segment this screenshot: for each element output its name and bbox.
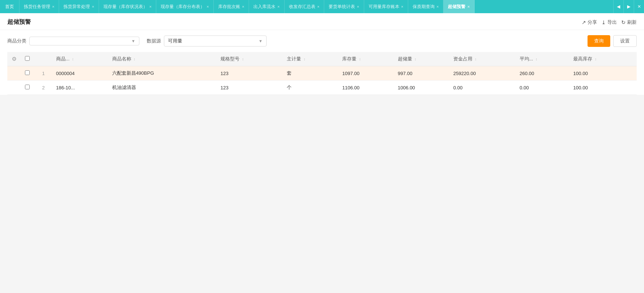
col-product-code-header[interactable]: 商品... ↕: [53, 52, 109, 66]
col-row-num-header: [34, 52, 53, 66]
nav-prev-arrow[interactable]: ◀: [613, 0, 623, 13]
refresh-label: 刷新: [627, 19, 637, 26]
col-spec-header[interactable]: 规格型号 ↕: [217, 52, 284, 66]
row-capital-use-0: 259220.00: [450, 66, 517, 81]
data-source-arrow: ▼: [259, 39, 263, 43]
col-product-name-header[interactable]: 商品名称 ↕: [109, 52, 218, 66]
col-capital-use-header[interactable]: 资金占用 ↕: [450, 52, 517, 66]
row-over-qty-0: 997.00: [395, 66, 450, 81]
nav-close-arrow[interactable]: ✕: [634, 0, 644, 13]
top-nav-bar: 首页 拣货任务管理×拣货异常处理×现存量（库存状况表）×现存量（库存分布表）×库…: [0, 0, 644, 13]
filter-bar: 商品分类 ▼ 数据源 可用量 ▼ 查询 设置: [0, 30, 644, 52]
col-avg-header[interactable]: 平均... ↕: [517, 52, 570, 66]
tab-close-tab2[interactable]: ×: [92, 4, 94, 9]
refresh-button[interactable]: ↻ 刷新: [621, 19, 637, 26]
tab-close-tab4[interactable]: ×: [206, 4, 209, 9]
row-checkbox-cell-0: [21, 66, 34, 81]
nav-tab-tab9[interactable]: 可用量库存账本×: [364, 0, 408, 13]
row-num-0: 1: [34, 66, 53, 81]
product-category-select[interactable]: ▼: [29, 37, 139, 45]
data-source-select[interactable]: 可用量 ▼: [164, 36, 267, 47]
page-title: 超储预警: [7, 18, 31, 26]
data-source-filter: 数据源 可用量 ▼: [147, 36, 267, 47]
tab-close-tab5[interactable]: ×: [242, 4, 244, 9]
row-gear-0: [7, 66, 21, 81]
tab-label: 拣货异常处理: [63, 4, 90, 10]
tab-label: 现存量（库存状况表）: [103, 4, 147, 10]
nav-tab-tab3[interactable]: 现存量（库存状况表）×: [99, 0, 156, 13]
tab-close-tab9[interactable]: ×: [401, 4, 403, 9]
row-stock-qty-0: 1097.00: [339, 66, 395, 81]
nav-tab-tab4[interactable]: 现存量（库存分布表）×: [156, 0, 213, 13]
tab-close-tab11[interactable]: ×: [467, 4, 469, 9]
data-source-value: 可用量: [168, 38, 182, 44]
row-stock-qty-1: 1106.00: [339, 81, 395, 95]
share-label: 分享: [588, 19, 597, 26]
sort-unit-icon: ↕: [304, 57, 305, 61]
row-checkbox-cell-1: [21, 81, 34, 95]
tab-close-tab8[interactable]: ×: [357, 4, 359, 9]
nav-home[interactable]: 首页: [0, 0, 19, 13]
tab-label: 保质期查询: [413, 4, 435, 10]
select-all-checkbox[interactable]: [25, 56, 30, 61]
col-unit-header[interactable]: 主计量 ↕: [284, 52, 339, 66]
row-spec-0: 123: [217, 66, 284, 81]
tab-close-tab10[interactable]: ×: [436, 4, 439, 9]
nav-tab-tab8[interactable]: 要货单统计表×: [324, 0, 364, 13]
table-container: ⚙ 商品... ↕ 商品名称 ↕ 规格型号: [0, 52, 644, 95]
export-label: 导出: [607, 19, 617, 26]
nav-tab-tab7[interactable]: 收发存汇总表×: [285, 0, 324, 13]
row-gear-1: [7, 81, 21, 95]
row-unit-1: 个: [284, 81, 339, 95]
nav-next-arrow[interactable]: ▶: [623, 0, 634, 13]
table-row: 1 0000004 六配套新昌490BPG 123 套 1097.00 997.…: [7, 66, 637, 81]
tab-label: 库存批次账: [218, 4, 240, 10]
col-over-qty-header[interactable]: 超储量 ↕: [395, 52, 450, 66]
row-over-qty-1: 1006.00: [395, 81, 450, 95]
share-button[interactable]: ↗ 分享: [582, 19, 597, 26]
row-avg-1: 0.00: [517, 81, 570, 95]
nav-tab-tab5[interactable]: 库存批次账×: [214, 0, 249, 13]
product-category-filter: 商品分类 ▼: [7, 37, 139, 45]
col-max-stock-header[interactable]: 最高库存 ↕: [570, 52, 637, 66]
query-button[interactable]: 查询: [588, 35, 610, 47]
settings-button[interactable]: 设置: [613, 35, 637, 47]
sort-stock-qty-icon: ↕: [359, 57, 361, 61]
product-category-arrow: ▼: [131, 39, 135, 43]
row-num-1: 2: [34, 81, 53, 95]
row-max-stock-1: 100.00: [570, 81, 637, 95]
nav-tab-tab10[interactable]: 保质期查询×: [408, 0, 443, 13]
tab-close-tab1[interactable]: ×: [52, 4, 54, 9]
col-checkbox-header: [21, 52, 34, 66]
export-icon: ⤓: [601, 19, 606, 25]
tab-label: 收发存汇总表: [289, 4, 315, 10]
export-button[interactable]: ⤓ 导出: [601, 19, 617, 26]
sort-avg-icon: ↕: [535, 57, 537, 61]
row-product-code-1: 186-10...: [53, 81, 109, 95]
sort-product-name-icon: ↕: [133, 57, 135, 61]
tab-close-tab6[interactable]: ×: [277, 4, 279, 9]
product-category-label: 商品分类: [7, 38, 26, 44]
row-checkbox-0[interactable]: [25, 70, 30, 75]
row-max-stock-0: 100.00: [570, 66, 637, 81]
nav-tab-tab11[interactable]: 超储预警×: [443, 0, 474, 13]
sort-max-stock-icon: ↕: [595, 57, 597, 61]
row-product-code-0: 0000004: [53, 66, 109, 81]
gear-settings-icon[interactable]: ⚙: [12, 56, 17, 62]
table-header-row: ⚙ 商品... ↕ 商品名称 ↕ 规格型号: [7, 52, 637, 66]
tab-close-tab3[interactable]: ×: [149, 4, 151, 9]
nav-tab-tab2[interactable]: 拣货异常处理×: [59, 0, 99, 13]
row-checkbox-1[interactable]: [25, 85, 30, 89]
tab-close-tab7[interactable]: ×: [317, 4, 319, 9]
table-row: 2 186-10... 机油滤清器 123 个 1106.00 1006.00 …: [7, 81, 637, 95]
sort-spec-icon: ↕: [242, 57, 244, 61]
main-table: ⚙ 商品... ↕ 商品名称 ↕ 规格型号: [7, 52, 637, 95]
nav-tab-tab6[interactable]: 出入库流水×: [249, 0, 284, 13]
col-stock-qty-header[interactable]: 库存量 ↕: [339, 52, 395, 66]
row-capital-use-1: 0.00: [450, 81, 517, 95]
tab-label: 现存量（库存分布表）: [161, 4, 205, 10]
refresh-icon: ↻: [621, 19, 626, 25]
header-actions: ↗ 分享 ⤓ 导出 ↻ 刷新: [582, 19, 637, 26]
row-product-name-0: 六配套新昌490BPG: [109, 66, 218, 81]
nav-tab-tab1[interactable]: 拣货任务管理×: [19, 0, 59, 13]
